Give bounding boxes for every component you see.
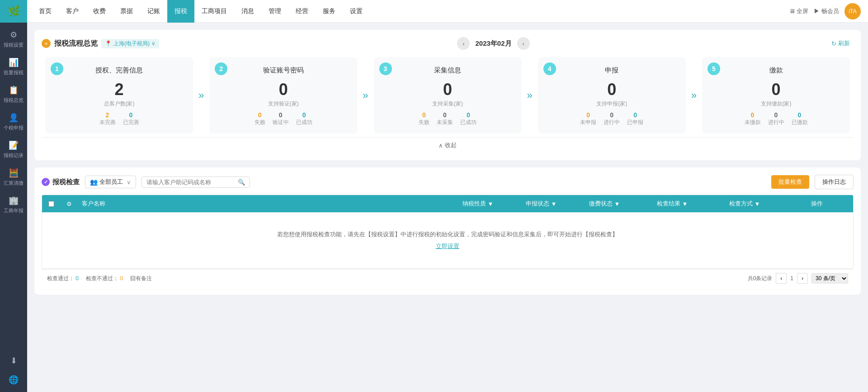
step-stat-2-2: 0 已成功 <box>296 111 312 126</box>
location-tag[interactable]: 📍 上海(电子税局) ∨ <box>101 39 159 48</box>
annual-report-icon: 🏢 <box>9 196 19 206</box>
th-check-method[interactable]: 检查方式 ▼ <box>708 195 781 212</box>
th-check-result[interactable]: 检查结果 ▼ <box>636 195 708 212</box>
refresh-icon: ↻ <box>831 40 836 47</box>
location-icon: 📍 <box>105 40 112 47</box>
avatar[interactable]: iTA <box>844 3 861 19</box>
sidebar-item-tax-record[interactable]: 📝 报税记录 <box>1 137 26 163</box>
total-label: 共0条记录 <box>748 275 773 282</box>
filter-icon-tax-nature: ▼ <box>488 201 494 207</box>
prev-month-btn[interactable]: ‹ <box>457 37 470 50</box>
step-title-4: 申报 <box>605 66 618 75</box>
check-title: ✓ 报税检查 <box>42 178 80 186</box>
sidebar-item-individual-tax[interactable]: 👤 个税申报 <box>1 109 26 135</box>
step-stat-4-1: 0 进行中 <box>604 111 620 126</box>
step-stats-5: 0 未缴款 0 进行中 0 已缴款 <box>745 111 808 126</box>
sidebar-item-annual-report[interactable]: 🏢 工商年报 <box>1 192 26 218</box>
step-stat-2-1: 0 验证中 <box>273 111 289 126</box>
step-stats-2: 0 失败 0 验证中 0 已成功 <box>255 111 312 126</box>
nav-accounting[interactable]: 记账 <box>140 0 167 23</box>
step-num-5: 5 <box>708 62 720 75</box>
th-checkbox[interactable] <box>42 195 60 212</box>
batch-check-btn[interactable]: 批量检查 <box>771 175 809 189</box>
step-stats-4: 0 未申报 0 进行中 0 已申报 <box>580 111 643 126</box>
flow-step-1: 1 授权、完善信息 2 总客户数(家) 2 未完善 0 已完善 <box>45 57 193 134</box>
step-stat-3-2: 0 已成功 <box>460 111 476 126</box>
nav-invoice[interactable]: 票据 <box>113 0 140 23</box>
operation-log-btn[interactable]: 操作日志 <box>815 175 854 189</box>
top-nav: 🌿 首页 客户 收费 票据 记账 报税 工商项目 消息 管理 经营 服务 设置 … <box>0 0 868 23</box>
search-icon[interactable]: 🔍 <box>238 179 245 186</box>
footer-left: 检查通过： 0 检查不通过： 0 囧有备注 <box>47 275 152 282</box>
arrow-2: » <box>361 90 370 101</box>
step-subtitle-5: 支持缴款(家) <box>761 100 792 108</box>
th-pay-status[interactable]: 缴费状态 ▼ <box>573 195 636 212</box>
table-footer: 检查通过： 0 检查不通过： 0 囧有备注 共0条记录 ‹ 1 › 30 条/页 <box>42 269 854 287</box>
prev-page-btn[interactable]: ‹ <box>776 273 787 284</box>
arrow-1: » <box>197 90 206 101</box>
step-stat-4-2: 0 已申报 <box>627 111 643 126</box>
search-input[interactable] <box>146 179 238 186</box>
staff-select[interactable]: 👥 全部员工 ∨ <box>85 176 136 188</box>
nav-message[interactable]: 消息 <box>234 0 261 23</box>
individual-tax-icon: 👤 <box>9 113 19 123</box>
step-count-5: 0 <box>771 80 780 99</box>
sidebar-item-tax-overview[interactable]: 📋 报税总览 <box>1 81 26 107</box>
collapse-btn[interactable]: ∧ 收起 <box>439 141 457 149</box>
step-stat-5-2: 0 已缴款 <box>792 111 808 126</box>
download-icon: ⬇ <box>10 356 17 366</box>
step-stats-1: 2 未完善 0 已完善 <box>99 111 139 126</box>
next-month-btn[interactable]: › <box>517 37 530 50</box>
step-stat-2-0: 0 失败 <box>255 111 265 126</box>
tax-settings-icon: ⚙ <box>10 30 17 40</box>
step-count-1: 2 <box>114 80 123 99</box>
next-page-btn[interactable]: › <box>797 273 808 284</box>
th-operation: 操作 <box>781 195 853 212</box>
batch-tax-icon: 📊 <box>9 57 19 67</box>
flow-step-4: 4 申报 0 支持申报(家) 0 未申报 0 进行中 <box>538 57 686 134</box>
chevron-down-icon: ∨ <box>151 40 156 47</box>
staff-icon: 👥 <box>90 178 98 186</box>
sidebar-item-batch-tax[interactable]: 📊 批量报税 <box>1 54 26 80</box>
nav-settings[interactable]: 设置 <box>343 0 370 23</box>
step-stat-5-0: 0 未缴款 <box>745 111 761 126</box>
pass-count[interactable]: 0 <box>75 275 79 282</box>
th-declare-status[interactable]: 申报状态 ▼ <box>509 195 573 212</box>
fullscreen-btn[interactable]: 🖥 全屏 <box>789 7 809 15</box>
nav-service[interactable]: 服务 <box>316 0 343 23</box>
setting-link[interactable]: 立即设置 <box>436 242 459 250</box>
nav-operation[interactable]: 经营 <box>288 0 316 23</box>
pass-label: 检查通过： 0 <box>47 275 79 282</box>
nav-tax[interactable]: 报税 <box>167 0 194 23</box>
th-gear[interactable]: ⚙ <box>60 195 78 212</box>
tax-record-icon: 📝 <box>9 140 19 150</box>
th-tax-nature[interactable]: 纳税性质 ▼ <box>446 195 509 212</box>
nav-fee[interactable]: 收费 <box>86 0 113 23</box>
step-count-2: 0 <box>279 80 288 99</box>
page-size-select[interactable]: 30 条/页 50 条/页 100 条/页 <box>811 273 848 283</box>
fail-count[interactable]: 0 <box>120 275 123 282</box>
collapse-bar: ∧ 收起 <box>42 137 854 153</box>
overview-add-icon[interactable]: + <box>42 39 51 48</box>
sidebar-item-tax-settings[interactable]: ⚙ 报税设置 <box>1 26 26 52</box>
nav-client[interactable]: 客户 <box>59 0 86 23</box>
select-all-checkbox[interactable] <box>48 201 54 207</box>
step-stats-3: 0 失败 0 未采集 0 已成功 <box>419 111 476 126</box>
sidebar-item-globe[interactable]: 🌐 <box>1 371 26 388</box>
vip-btn[interactable]: ▶ 畅会员 <box>814 7 839 15</box>
overview-title: 报税流程总览 <box>54 39 98 48</box>
sidebar-item-download[interactable]: ⬇ <box>1 352 26 369</box>
nav-manage[interactable]: 管理 <box>261 0 288 23</box>
nav-business[interactable]: 工商项目 <box>194 0 234 23</box>
step-subtitle-4: 支持申报(家) <box>596 100 627 108</box>
flow-step-3: 3 采集信息 0 支持采集(家) 0 失败 0 未采集 <box>374 57 522 134</box>
sidebar-item-settlement[interactable]: 🧮 汇算清缴 <box>1 164 26 190</box>
tax-overview-section: + 报税流程总览 📍 上海(电子税局) ∨ ‹ 2023年02月 › ↻ 刷新 <box>34 30 861 160</box>
logo-icon: 🌿 <box>8 5 20 17</box>
empty-message: 若您想使用报税检查功能，请先在【报税设置】中进行报税的初始化设置，完成密码验证和… <box>42 212 853 268</box>
refresh-btn[interactable]: ↻ 刷新 <box>828 38 854 49</box>
nav-home[interactable]: 首页 <box>32 0 59 23</box>
month-display: 2023年02月 <box>475 39 511 48</box>
step-count-4: 0 <box>607 80 616 99</box>
step-stat-1-1: 0 已完善 <box>123 111 139 126</box>
